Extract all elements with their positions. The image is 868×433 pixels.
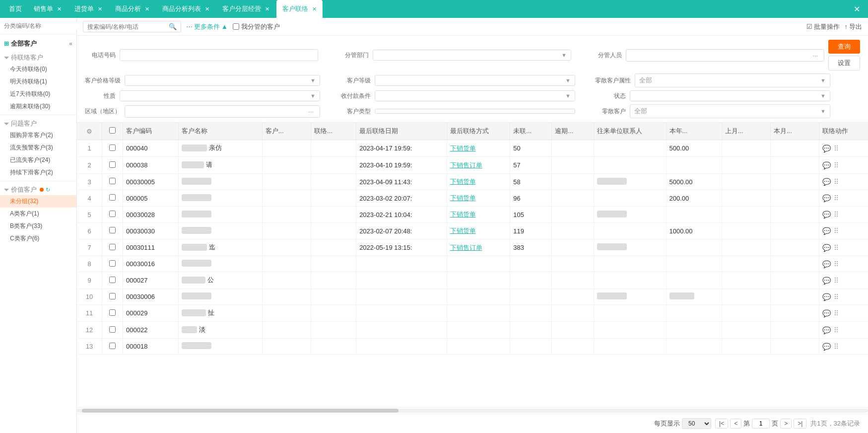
more-conditions-button[interactable]: ⋯ 更多条件 ▲	[186, 22, 228, 31]
close-tab-sales[interactable]: ✕	[57, 6, 62, 12]
last-way-link[interactable]: 下销售订单	[450, 161, 482, 169]
td-check[interactable]	[102, 174, 123, 190]
more-action-icon[interactable]: ⠿	[834, 144, 839, 152]
refresh-icon[interactable]: ↻	[46, 187, 50, 193]
sidebar-item-today[interactable]: 今天待联络(0)	[0, 63, 76, 75]
td-check[interactable]	[102, 322, 123, 339]
export-button[interactable]: ↑ 导出	[845, 22, 863, 31]
adv-select-payment[interactable]: ▼	[375, 90, 575, 101]
td-check[interactable]	[102, 289, 123, 305]
window-close-button[interactable]: ✕	[850, 4, 864, 14]
adv-select-price-grade[interactable]: ▼	[125, 75, 320, 86]
phone-action-icon[interactable]: 💬	[822, 144, 831, 152]
search-box[interactable]: 🔍	[83, 21, 181, 32]
tab-product-list[interactable]: 商品分析列表 ✕	[156, 0, 215, 18]
td-check[interactable]	[102, 272, 123, 289]
adv-select-nature[interactable]: ▼	[120, 90, 320, 101]
row-checkbox[interactable]	[109, 326, 116, 333]
phone-action-icon[interactable]: 💬	[822, 343, 831, 351]
sidebar-item-class-c[interactable]: C类客户(6)	[0, 232, 76, 245]
close-tab-purchase[interactable]: ✕	[98, 6, 102, 12]
more-action-icon[interactable]: ⠿	[834, 244, 839, 252]
row-checkbox[interactable]	[109, 277, 116, 283]
phone-action-icon[interactable]: 💬	[822, 194, 831, 202]
last-way-link[interactable]: 下销售订单	[450, 244, 482, 251]
tab-sales[interactable]: 销售单 ✕	[28, 0, 67, 18]
td-check[interactable]	[102, 190, 123, 207]
sidebar-item-7days[interactable]: 近7天待联络(0)	[0, 88, 76, 100]
more-action-icon[interactable]: ⠿	[834, 161, 839, 169]
adv-select-person[interactable]: ···	[626, 49, 824, 62]
collapse-sidebar-icon[interactable]: «	[69, 40, 72, 47]
my-customers-checkbox[interactable]: 我分管的客户	[233, 22, 280, 31]
sidebar-item-declining[interactable]: 持续下滑客户(2)	[0, 166, 76, 179]
more-action-icon[interactable]: ⠿	[834, 178, 839, 186]
first-page-button[interactable]: |<	[715, 419, 728, 429]
sidebar-item-class-b[interactable]: B类客户(33)	[0, 220, 76, 232]
last-way-link[interactable]: 下销货单	[450, 178, 476, 185]
phone-action-icon[interactable]: 💬	[822, 326, 831, 334]
adv-select-region[interactable]: ···	[125, 105, 320, 118]
sidebar-item-abnormal[interactable]: 囤购异常客户(2)	[0, 129, 76, 142]
sidebar-all-customers[interactable]: ⊞ 全部客户 «	[0, 36, 76, 51]
page-number-input[interactable]	[752, 419, 770, 429]
query-button[interactable]: 查询	[828, 40, 860, 54]
more-action-icon[interactable]: ⠿	[834, 211, 839, 218]
td-check[interactable]	[102, 140, 123, 157]
phone-action-icon[interactable]: 💬	[822, 309, 831, 317]
phone-action-icon[interactable]: 💬	[822, 260, 831, 268]
tab-product-analysis[interactable]: 商品分析 ✕	[109, 0, 155, 18]
select-all-checkbox[interactable]	[109, 127, 116, 134]
td-check[interactable]	[102, 223, 123, 239]
row-checkbox[interactable]	[109, 194, 116, 201]
adv-select-customer-type[interactable]	[375, 109, 575, 114]
ellipsis-icon2[interactable]: ···	[306, 108, 316, 115]
more-action-icon[interactable]: ⠿	[834, 277, 839, 285]
td-check[interactable]	[102, 305, 123, 322]
more-action-icon[interactable]: ⠿	[834, 309, 839, 317]
tab-customer-contact[interactable]: 客户联络 ✕	[276, 0, 323, 18]
reset-button[interactable]: 设置	[828, 56, 860, 71]
row-checkbox[interactable]	[109, 343, 116, 349]
row-checkbox[interactable]	[109, 309, 116, 316]
sidebar-item-class-a[interactable]: A类客户(1)	[0, 208, 76, 220]
settings-icon[interactable]: ⚙	[86, 128, 92, 135]
row-checkbox[interactable]	[109, 293, 116, 299]
last-way-link[interactable]: 下销货单	[450, 194, 476, 202]
tab-customer-stratify[interactable]: 客户分层经营 ✕	[216, 0, 275, 18]
sidebar-search-input[interactable]	[4, 22, 78, 29]
tab-purchase[interactable]: 进货单 ✕	[68, 0, 108, 18]
adv-select-dept[interactable]: ▼	[373, 50, 571, 61]
more-action-icon[interactable]: ⠿	[834, 194, 839, 202]
close-tab-customer-contact[interactable]: ✕	[312, 6, 317, 12]
adv-select-customer-grade[interactable]: ▼	[375, 75, 575, 86]
row-checkbox[interactable]	[109, 227, 116, 233]
adv-select-scatter-attr[interactable]: 全部▼	[635, 73, 830, 87]
td-check[interactable]	[102, 256, 123, 272]
row-checkbox[interactable]	[109, 178, 116, 184]
sidebar-item-overdue[interactable]: 逾期未联络(30)	[0, 100, 76, 113]
more-action-icon[interactable]: ⠿	[834, 293, 839, 301]
close-tab-customer-stratify[interactable]: ✕	[265, 6, 269, 12]
last-page-button[interactable]: >|	[794, 419, 806, 429]
close-tab-product-list[interactable]: ✕	[205, 6, 209, 12]
sidebar-item-churn-warning[interactable]: 流失预警客户(3)	[0, 142, 76, 154]
phone-action-icon[interactable]: 💬	[822, 244, 831, 252]
th-checkbox[interactable]	[102, 123, 123, 140]
my-customers-check-input[interactable]	[233, 23, 239, 30]
more-action-icon[interactable]: ⠿	[834, 227, 839, 235]
scrollbar-track[interactable]	[77, 409, 868, 413]
batch-operation-button[interactable]: ☑ 批量操作	[806, 22, 840, 31]
more-action-icon[interactable]: ⠿	[834, 260, 839, 268]
sidebar-search-box[interactable]: 🔍	[0, 18, 76, 34]
horizontal-scrollbar[interactable]	[77, 407, 868, 414]
prev-page-button[interactable]: <	[730, 419, 741, 429]
more-action-icon[interactable]: ⠿	[834, 343, 839, 351]
td-check[interactable]	[102, 157, 123, 174]
nav-home[interactable]: 首页	[4, 4, 27, 13]
main-search-input[interactable]	[87, 23, 167, 30]
row-checkbox[interactable]	[109, 244, 116, 250]
phone-action-icon[interactable]: 💬	[822, 227, 831, 235]
phone-action-icon[interactable]: 💬	[822, 211, 831, 218]
td-check[interactable]	[102, 239, 123, 256]
